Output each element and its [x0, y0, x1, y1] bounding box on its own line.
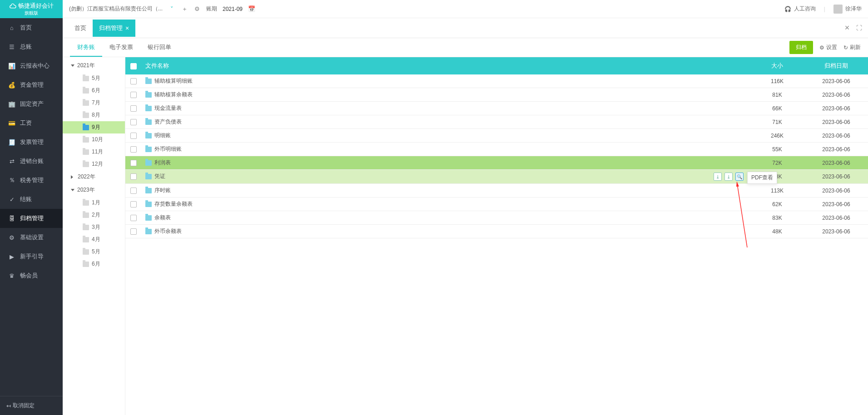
tree-month-2021-07[interactable]: 7月: [63, 97, 125, 109]
row-checkbox[interactable]: [130, 188, 137, 194]
row-checkbox[interactable]: [130, 133, 137, 139]
tree-year-2021[interactable]: 2021年: [63, 59, 125, 72]
tree-year-2022[interactable]: 2022年: [63, 170, 125, 183]
file-table-wrap: 文件名称 大小 归档日期 辅助核算明细账116K2023-06-06辅助核算余额…: [125, 57, 868, 415]
nav-guide[interactable]: ▶新手引导: [0, 247, 63, 266]
nav-invoice[interactable]: 🧾发票管理: [0, 133, 63, 152]
row-checkbox[interactable]: [130, 228, 137, 235]
consult-link[interactable]: 🎧 人工咨询: [784, 5, 816, 13]
tree-month-2023-02[interactable]: 2月: [63, 209, 125, 221]
folder-icon: [145, 215, 152, 221]
nav-fund[interactable]: 💰资金管理: [0, 75, 63, 94]
folder-icon: [145, 188, 152, 193]
tree-month-2023-06[interactable]: 6月: [63, 258, 125, 270]
row-checkbox[interactable]: [130, 105, 137, 112]
nav-tax[interactable]: ％税务管理: [0, 171, 63, 190]
table-row[interactable]: 明细账246K2023-06-06: [125, 129, 868, 143]
gear-icon[interactable]: ⚙: [193, 5, 201, 13]
nav-inout[interactable]: ⇄进销台账: [0, 152, 63, 171]
table-row[interactable]: 现金流量表66K2023-06-06: [125, 102, 868, 115]
ledger-icon: ☰: [8, 43, 15, 50]
tree-month-2021-09[interactable]: 9月: [63, 121, 125, 133]
tree-month-2021-05[interactable]: 5月: [63, 72, 125, 84]
asset-icon: 🏢: [8, 100, 15, 108]
nav-asset[interactable]: 🏢固定资产: [0, 94, 63, 114]
nav-salary[interactable]: 💳工资: [0, 114, 63, 133]
row-checkbox[interactable]: [130, 146, 137, 153]
row-checkbox[interactable]: [130, 92, 137, 98]
file-name: 凭证: [154, 173, 165, 179]
table-row[interactable]: 辅助核算明细账116K2023-06-06: [125, 74, 868, 88]
tab-archive[interactable]: 归档管理 ×: [93, 20, 135, 37]
plus-icon[interactable]: ＋: [181, 5, 188, 13]
tree-month-2023-05[interactable]: 5月: [63, 246, 125, 258]
gear-icon: ⚙: [8, 234, 15, 241]
row-checkbox[interactable]: [130, 201, 137, 208]
file-date: 2023-06-06: [804, 170, 868, 184]
table-row[interactable]: 序时账113K2023-06-06: [125, 184, 868, 198]
user-menu[interactable]: 徐泽华: [833, 5, 862, 14]
nav-archive[interactable]: 🗄归档管理: [0, 209, 63, 228]
inout-icon: ⇄: [8, 158, 15, 165]
tree-month-2021-08[interactable]: 8月: [63, 109, 125, 121]
tree-month-2021-10[interactable]: 10月: [63, 133, 125, 146]
subtab-einvoice[interactable]: 电子发票: [102, 39, 140, 57]
table-row[interactable]: 存货数量余额表62K2023-06-06: [125, 198, 868, 211]
close-panel-icon[interactable]: ×: [843, 25, 851, 32]
tree-year-2023[interactable]: 2023年: [63, 183, 125, 197]
file-size: 66K: [750, 102, 804, 115]
table-row[interactable]: 外币明细账55K2023-06-06: [125, 143, 868, 156]
nav-member[interactable]: ♛畅会员: [0, 266, 63, 285]
file-name: 利润表: [154, 159, 171, 166]
subtab-finance[interactable]: 财务账: [70, 39, 102, 57]
cloud-icon: [9, 2, 16, 10]
tree-month-2023-04[interactable]: 4月: [63, 233, 125, 246]
tree-month-2021-06[interactable]: 6月: [63, 84, 125, 97]
folder-icon: [145, 79, 152, 84]
file-date: 2023-06-06: [804, 129, 868, 143]
fullscreen-icon[interactable]: ⛶: [855, 25, 863, 32]
table-row[interactable]: 辅助核算余额表81K2023-06-06: [125, 88, 868, 102]
logo: 畅捷通好会计 旗舰版: [0, 0, 63, 18]
nav-home[interactable]: ⌂首页: [0, 18, 63, 37]
table-row[interactable]: 利润表72K2023-06-06: [125, 156, 868, 170]
pdf-view-icon[interactable]: 🔍: [735, 173, 744, 181]
row-checkbox[interactable]: [130, 78, 137, 84]
nav-ledger[interactable]: ☰总账: [0, 37, 63, 56]
tree-month-2023-01[interactable]: 1月: [63, 197, 125, 209]
refresh-link[interactable]: ↻刷新: [843, 44, 861, 51]
calendar-icon[interactable]: 📅: [248, 5, 255, 13]
subtab-bank[interactable]: 银行回单: [140, 39, 179, 57]
row-checkbox[interactable]: [130, 160, 137, 166]
tab-close-icon[interactable]: ×: [125, 25, 129, 32]
period-value[interactable]: 2021-09: [223, 6, 243, 12]
row-checkbox[interactable]: [130, 173, 137, 180]
download-excel-icon[interactable]: ⤓: [714, 173, 722, 181]
file-date: 2023-06-06: [804, 156, 868, 170]
settings-link[interactable]: ⚙设置: [819, 44, 837, 51]
company-selector[interactable]: (勿删）江西服宝精品有限责任公司（...: [69, 5, 163, 13]
nav-report[interactable]: 📊云报表中心: [0, 56, 63, 75]
tab-home[interactable]: 首页: [68, 20, 93, 37]
sidebar-unpin[interactable]: ↤ 取消固定: [0, 396, 63, 415]
row-checkbox[interactable]: [130, 215, 137, 221]
select-all-checkbox[interactable]: [130, 63, 137, 69]
file-date: 2023-06-06: [804, 225, 868, 238]
guide-icon: ▶: [8, 253, 15, 260]
tree-month-2023-03[interactable]: 3月: [63, 221, 125, 233]
tree-month-2021-11[interactable]: 11月: [63, 146, 125, 158]
archive-button[interactable]: 归档: [789, 41, 813, 54]
download-pdf-icon[interactable]: ⤓: [724, 173, 733, 181]
file-name: 辅助核算余额表: [154, 91, 193, 98]
table-row[interactable]: 资产负债表71K2023-06-06: [125, 115, 868, 129]
nav-close[interactable]: ✓结账: [0, 190, 63, 209]
table-row[interactable]: 余额表83K2023-06-06: [125, 211, 868, 225]
file-date: 2023-06-06: [804, 74, 868, 88]
row-checkbox[interactable]: [130, 119, 137, 125]
file-size: 116K: [750, 74, 804, 88]
table-row[interactable]: 外币余额表48K2023-06-06: [125, 225, 868, 238]
nav-base[interactable]: ⚙基础设置: [0, 228, 63, 247]
file-date: 2023-06-06: [804, 198, 868, 211]
chevron-down-icon[interactable]: ˅: [168, 5, 175, 13]
tree-month-2021-12[interactable]: 12月: [63, 158, 125, 170]
